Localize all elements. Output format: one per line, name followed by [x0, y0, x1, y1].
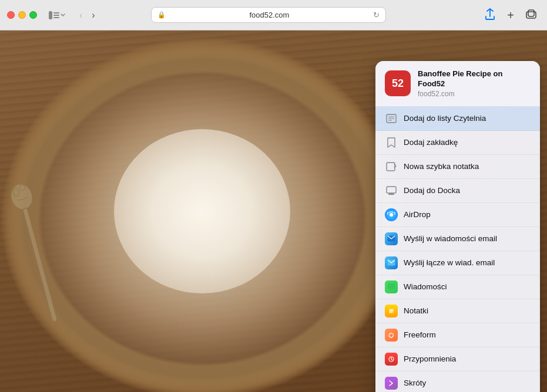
address-bar[interactable]: 🔒 food52.com ↻ [151, 7, 386, 23]
svg-rect-3 [53, 17, 59, 18]
freeform-icon [385, 329, 398, 342]
share-menu-messages[interactable]: Wiadomości [375, 275, 540, 299]
quick-note-label: Nowa szybka notatka [404, 162, 479, 171]
new-tab-button[interactable]: + [504, 7, 518, 23]
forward-button[interactable]: › [88, 8, 98, 22]
content-area: 52 Banoffee Pie Recipe on Food52 food52.… [0, 31, 547, 392]
share-menu-reading-list[interactable]: Dodaj do listy Czytelnia [375, 107, 540, 131]
messages-icon [385, 281, 398, 293]
svg-point-6 [8, 181, 35, 212]
mail-link-label: Wyślij łącze w wiad. email [404, 258, 495, 267]
share-menu-notes[interactable]: Notatki [375, 299, 540, 323]
share-popup: 52 Banoffee Pie Recipe on Food52 food52.… [375, 61, 540, 392]
svg-rect-15 [387, 187, 396, 193]
notes-icon [385, 305, 398, 317]
close-button[interactable] [7, 11, 15, 19]
cream-layer [114, 129, 290, 293]
popup-title: Banoffee Pie Recipe on Food52 [418, 69, 531, 89]
window-controls [7, 11, 37, 19]
share-menu-quick-note[interactable]: Nowa szybka notatka [375, 155, 540, 179]
airdrop-icon [385, 208, 398, 221]
freeform-label: Freeform [404, 330, 436, 339]
share-menu-freeform[interactable]: Freeform [375, 323, 540, 347]
sidebar-toggle-button[interactable] [45, 9, 69, 22]
mail-label: Wyślij w wiadomości email [404, 234, 497, 243]
browser-toolbar: ‹ › 🔒 food52.com ↻ + [0, 0, 547, 31]
lock-icon: 🔒 [157, 11, 166, 19]
svg-rect-0 [49, 11, 52, 19]
site-favicon: 52 [385, 70, 411, 96]
svg-rect-17 [390, 193, 392, 194]
share-button[interactable] [481, 6, 499, 24]
reading-list-icon [385, 112, 398, 125]
share-menu-dock[interactable]: Dodaj do Docka [375, 179, 540, 203]
reminders-label: Przypomnienia [404, 354, 456, 363]
tabs-overview-button[interactable] [522, 7, 540, 23]
quick-note-icon [385, 160, 398, 173]
reload-icon[interactable]: ↻ [373, 11, 380, 19]
mail-link-icon [385, 256, 398, 269]
svg-line-26 [391, 359, 392, 360]
messages-label: Wiadomości [404, 282, 447, 291]
airdrop-label: AirDrop [404, 210, 431, 219]
dock-icon [385, 184, 398, 197]
reminders-icon [385, 353, 398, 366]
sidebar-chevron-icon [61, 13, 65, 16]
share-menu-shortcuts[interactable]: Skróty [375, 371, 540, 392]
share-menu-mail[interactable]: Wyślij w wiadomości email [375, 227, 540, 251]
notes-label: Notatki [404, 306, 428, 315]
popup-header-text: Banoffee Pie Recipe on Food52 food52.com [418, 69, 531, 98]
svg-point-18 [390, 213, 393, 217]
svg-rect-5 [528, 10, 534, 16]
bookmark-label: Dodaj zakładkę [404, 138, 458, 147]
share-menu-mail-link[interactable]: Wyślij łącze w wiad. email [375, 251, 540, 275]
svg-rect-1 [53, 12, 59, 13]
popup-subtitle: food52.com [418, 90, 531, 98]
svg-rect-14 [387, 163, 395, 171]
navigation-buttons: ‹ › [76, 8, 99, 22]
share-menu-reminders[interactable]: Przypomnienia [375, 347, 540, 371]
url-input[interactable]: food52.com [169, 11, 370, 19]
toolbar-right: + [481, 6, 540, 24]
share-menu-airdrop[interactable]: AirDrop [375, 203, 540, 227]
svg-rect-2 [53, 15, 59, 16]
fullscreen-button[interactable] [29, 11, 37, 19]
reading-list-label: Dodaj do listy Czytelnia [404, 114, 486, 123]
back-button[interactable]: ‹ [76, 8, 86, 22]
shortcuts-icon [385, 377, 398, 390]
share-menu-bookmark[interactable]: Dodaj zakładkę [375, 131, 540, 155]
mail-icon [385, 232, 398, 245]
minimize-button[interactable] [18, 11, 26, 19]
share-menu: Dodaj do listy Czytelnia Dodaj zakładkę [375, 107, 540, 392]
popup-header: 52 Banoffee Pie Recipe on Food52 food52.… [375, 61, 540, 107]
dock-label: Dodaj do Docka [404, 186, 460, 195]
shortcuts-label: Skróty [404, 379, 426, 387]
bookmark-icon [385, 136, 398, 149]
